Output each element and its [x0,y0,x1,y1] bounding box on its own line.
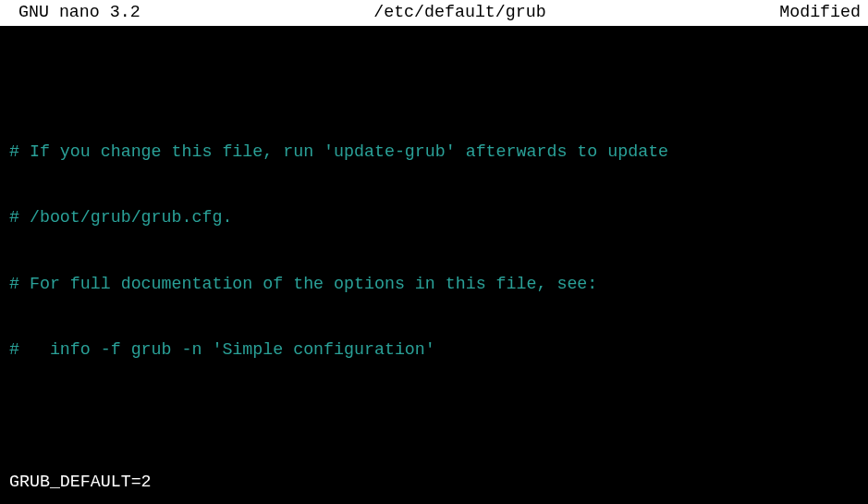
app-name: GNU nano 3.2 [18,2,141,24]
titlebar: GNU nano 3.2 /etc/default/grub Modified [0,0,868,26]
blank-line [9,75,859,97]
comment-line: # /boot/grub/grub.cfg. [9,207,859,229]
config-line: GRUB_DEFAULT=2 [9,472,859,494]
comment-line: # If you change this file, run 'update-g… [9,141,859,164]
editor-buffer[interactable]: # If you change this file, run 'update-g… [0,26,868,504]
comment-line: # info -f grub -n 'Simple configuration' [9,339,859,362]
nano-editor: GNU nano 3.2 /etc/default/grub Modified … [0,0,868,504]
modified-status: Modified [779,2,861,24]
comment-line: # For full documentation of the options … [9,274,859,296]
blank-line [9,405,859,427]
file-path: /etc/default/grub [141,2,780,24]
